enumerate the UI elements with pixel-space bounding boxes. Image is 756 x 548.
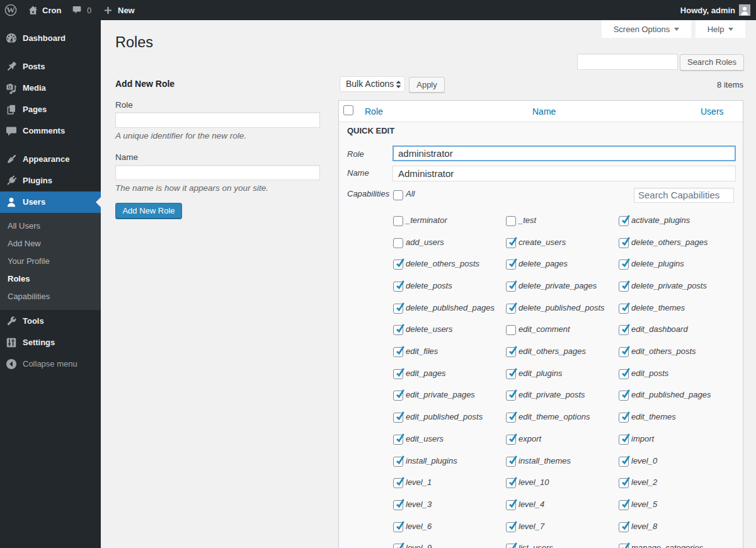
svg-text:W: W <box>6 5 15 14</box>
